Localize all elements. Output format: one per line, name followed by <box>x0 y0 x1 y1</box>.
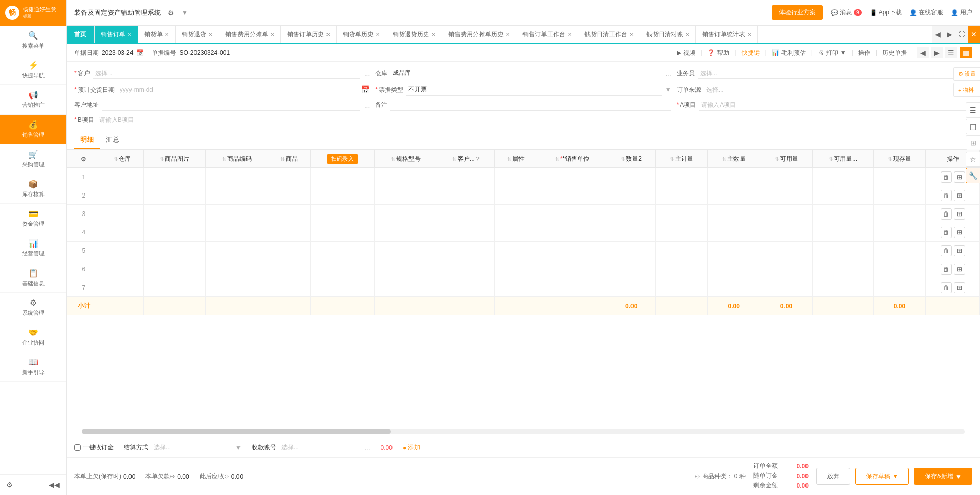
operation-button[interactable]: 操作 <box>858 49 870 57</box>
tab-4[interactable]: 销售费用分摊单✕ <box>219 26 281 44</box>
sidebar-item-8[interactable]: 📋基础信息 <box>0 263 66 293</box>
copy-btn-3[interactable]: ⊞ <box>954 208 965 220</box>
delete-btn-3[interactable]: 🗑 <box>941 208 952 220</box>
tab-0[interactable]: 首页 <box>67 26 95 44</box>
tab-12[interactable]: 销售订单统计表✕ <box>696 26 758 44</box>
profit-button[interactable]: 📊 毛利预估 <box>772 49 806 57</box>
grid-float-button[interactable]: ⊞ <box>966 135 980 150</box>
account-dots-icon[interactable]: ... <box>364 444 371 452</box>
solution-button[interactable]: 体验行业方案 <box>772 5 823 20</box>
add-button[interactable]: ● 添加 <box>403 443 420 452</box>
tab-close-5[interactable]: ✕ <box>326 32 330 37</box>
system-settings-icon[interactable]: ⚙ <box>166 7 177 19</box>
sidebar-item-5[interactable]: 📦库存核算 <box>0 174 66 204</box>
save-new-button[interactable]: 保存&新增 ▼ <box>914 468 972 485</box>
col-gear-button[interactable]: ⚙ <box>81 156 86 163</box>
one-click-checkbox-input[interactable] <box>74 444 81 451</box>
delete-btn-4[interactable]: 🗑 <box>941 227 952 238</box>
tab-8[interactable]: 销售费用分摊单历史✕ <box>442 26 516 44</box>
delivery-input[interactable] <box>118 84 358 95</box>
calendar-icon[interactable]: 📅 <box>136 49 144 56</box>
detail-tab-1[interactable]: 汇总 <box>100 131 125 149</box>
delete-btn-6[interactable]: 🗑 <box>941 264 952 275</box>
table-scrollbar[interactable] <box>67 425 980 438</box>
record-prev-button[interactable]: ◀ <box>917 47 929 58</box>
copy-btn-2[interactable]: ⊞ <box>954 190 965 201</box>
sidebar-item-7[interactable]: 📊经营管理 <box>0 233 66 263</box>
customer-input[interactable] <box>93 68 360 79</box>
tab-fullscreen-button[interactable]: ⛶ <box>955 26 968 44</box>
invoice-dropdown-icon[interactable]: ▼ <box>665 86 671 93</box>
online-service-button[interactable]: 👤 在线客服 <box>909 8 943 17</box>
tab-close-7[interactable]: ✕ <box>431 32 435 37</box>
sidebar-item-4[interactable]: 🛒采购管理 <box>0 144 66 174</box>
delete-btn-5[interactable]: 🗑 <box>941 245 952 256</box>
tab-close-11[interactable]: ✕ <box>685 32 689 37</box>
copy-btn-5[interactable]: ⊞ <box>954 245 965 256</box>
user-button[interactable]: 👤 用户 <box>951 8 972 17</box>
tab-close-all-button[interactable]: ✕ <box>968 26 980 44</box>
tab-9[interactable]: 销售订单工作台✕ <box>516 26 578 44</box>
app-download-button[interactable]: 📱 App下载 <box>869 8 902 17</box>
shortcut-button[interactable]: 快捷键 <box>742 49 760 57</box>
discard-button[interactable]: 放弃 <box>816 468 850 485</box>
copy-btn-6[interactable]: ⊞ <box>954 264 965 275</box>
copy-btn-7[interactable]: ⊞ <box>954 282 965 293</box>
project-a-input[interactable] <box>699 100 972 111</box>
staff-input[interactable] <box>698 68 963 79</box>
form-view-button[interactable]: ▦ <box>960 47 972 58</box>
save-draft-button[interactable]: 保存草稿 ▼ <box>855 468 909 485</box>
tab-1[interactable]: 销售订单✕ <box>95 26 138 44</box>
settings-button[interactable]: ⚙ 设置 <box>953 67 980 81</box>
delete-btn-7[interactable]: 🗑 <box>941 282 952 293</box>
sidebar-item-2[interactable]: 📢营销推广 <box>0 85 66 115</box>
delete-btn-1[interactable]: 🗑 <box>941 171 952 183</box>
tool-float-button[interactable]: 🔧 <box>966 168 980 183</box>
tab-close-4[interactable]: ✕ <box>270 32 274 37</box>
one-click-checkbox[interactable]: 一键收订金 <box>74 443 114 452</box>
sidebar-item-10[interactable]: 🤝企业协同 <box>0 322 66 352</box>
order-source-input[interactable] <box>704 84 963 95</box>
sidebar-item-6[interactable]: 💳资金管理 <box>0 204 66 233</box>
tab-prev-button[interactable]: ◀ <box>932 26 944 44</box>
tab-10[interactable]: 钱货日清工作台✕ <box>578 26 640 44</box>
tab-7[interactable]: 销货退货历史✕ <box>386 26 442 44</box>
layout-float-button[interactable]: ☰ <box>966 102 980 118</box>
list-view-button[interactable]: ☰ <box>945 47 957 58</box>
star-float-button[interactable]: ☆ <box>966 152 980 167</box>
history-button[interactable]: 历史单据 <box>882 49 907 57</box>
sidebar-item-3[interactable]: 💰销售管理 <box>0 115 66 144</box>
table-container[interactable]: ⚙⇅仓库⇅商品图片⇅商品编码⇅商品扫码录入⇅规格型号⇅客户...?⇅属性⇅**销… <box>67 150 980 425</box>
tab-close-9[interactable]: ✕ <box>568 32 572 37</box>
delivery-calendar-icon[interactable]: 📅 <box>361 85 370 94</box>
address-dots-icon[interactable]: ... <box>364 101 371 110</box>
tab-close-12[interactable]: ✕ <box>747 32 751 37</box>
view-button[interactable]: ▶ 视频 <box>677 49 695 57</box>
help-button[interactable]: ❓ 帮助 <box>707 49 729 57</box>
product-type-icon[interactable]: ⊙ <box>695 472 700 480</box>
tab-close-1[interactable]: ✕ <box>127 32 132 37</box>
sidebar-item-11[interactable]: 📖新手引导 <box>0 352 66 382</box>
tab-close-10[interactable]: ✕ <box>629 32 634 37</box>
tab-close-3[interactable]: ✕ <box>208 32 212 37</box>
sidebar-item-1[interactable]: ⚡快捷导航 <box>0 55 66 85</box>
sidebar-item-0[interactable]: 🔍搜索菜单 <box>0 26 66 55</box>
add-materials-button[interactable]: + 物料 <box>953 83 980 97</box>
print-button[interactable]: 🖨 打印 ▼ <box>818 49 846 57</box>
warehouse-dots-icon[interactable]: ... <box>665 69 671 77</box>
customer-dots-icon[interactable]: ... <box>364 69 371 77</box>
message-button[interactable]: 💬 消息 9 <box>831 8 862 17</box>
settings-icon[interactable]: ⚙ <box>4 479 15 491</box>
tab-6[interactable]: 销货单历史✕ <box>337 26 386 44</box>
tab-next-button[interactable]: ▶ <box>944 26 955 44</box>
detail-tab-0[interactable]: 明细 <box>74 131 100 149</box>
account-input[interactable] <box>279 442 360 453</box>
tab-3[interactable]: 销货退货✕ <box>176 26 219 44</box>
tab-11[interactable]: 钱货日清对账✕ <box>640 26 696 44</box>
copy-btn-4[interactable]: ⊞ <box>954 227 965 238</box>
panel-float-button[interactable]: ◫ <box>966 119 980 134</box>
tab-5[interactable]: 销售订单历史✕ <box>281 26 337 44</box>
record-next-button[interactable]: ▶ <box>931 47 943 58</box>
tab-close-6[interactable]: ✕ <box>376 32 380 37</box>
delete-btn-2[interactable]: 🗑 <box>941 190 952 201</box>
